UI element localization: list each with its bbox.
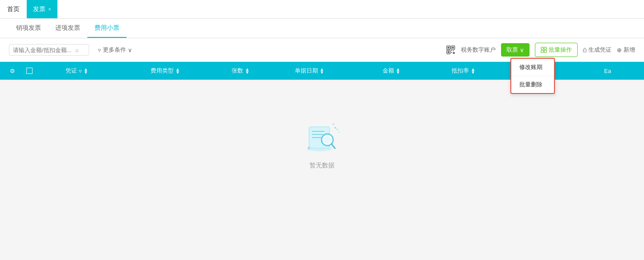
search-icon[interactable]: ⌕ xyxy=(75,46,79,53)
add-button[interactable]: ⊕ 新增 xyxy=(617,46,635,54)
toolbar: ⌕ ▿ 更多条件 ∨ 税务数字账户 取票 ∨ xyxy=(0,38,644,62)
svg-rect-11 xyxy=(544,47,546,49)
invoice-tab-label: 发票 xyxy=(33,5,45,13)
empty-state-text: 暂无数据 xyxy=(310,162,334,170)
invoice-tab-close[interactable]: × xyxy=(48,6,51,12)
sub-nav-sales[interactable]: 销项发票 xyxy=(9,19,48,38)
th-deduct-rate: 抵扣率 ▲▼ xyxy=(431,67,496,75)
count-sort-icon[interactable]: ▲▼ xyxy=(245,68,249,74)
amount-sort-icon[interactable]: ▲▼ xyxy=(396,68,400,74)
sub-nav-expense[interactable]: 费用小票 xyxy=(87,19,126,38)
batch-op-icon xyxy=(541,47,547,53)
svg-rect-3 xyxy=(448,47,449,49)
qr-button[interactable] xyxy=(446,45,456,55)
svg-rect-6 xyxy=(451,50,452,51)
svg-point-24 xyxy=(338,132,340,133)
th-settings[interactable]: ⚙ xyxy=(4,68,21,74)
get-ticket-label: 取票 xyxy=(506,46,518,54)
add-label: 新增 xyxy=(624,46,635,54)
tax-digital-button[interactable]: 税务数字账户 xyxy=(461,46,496,54)
qr-icon xyxy=(446,45,456,55)
date-sort-icon[interactable]: ▲▼ xyxy=(320,68,324,74)
search-input[interactable] xyxy=(13,47,75,53)
svg-line-22 xyxy=(331,144,335,148)
svg-rect-8 xyxy=(451,52,452,53)
empty-state: 暂无数据 xyxy=(0,80,644,187)
svg-rect-10 xyxy=(541,47,543,49)
filter-label: 更多条件 xyxy=(103,46,126,54)
filter-chevron-icon: ∨ xyxy=(128,47,132,53)
top-nav: 首页 发票 × xyxy=(0,0,644,19)
toolbar-right: 税务数字账户 取票 ∨ 批量操作 ⎙ 生成凭证 ⊕ 新增 xyxy=(446,43,635,57)
get-ticket-chevron: ∨ xyxy=(520,47,524,53)
select-all-checkbox[interactable] xyxy=(26,68,33,74)
get-ticket-button[interactable]: 取票 ∨ xyxy=(501,43,530,57)
expense-type-sort-icon[interactable]: ▲▼ xyxy=(175,68,180,74)
th-amount: 金额 ▲▼ xyxy=(352,67,431,75)
th-extra: Ea xyxy=(575,68,640,74)
home-tab[interactable]: 首页 xyxy=(0,0,27,18)
svg-point-23 xyxy=(334,127,336,129)
empty-state-icon xyxy=(300,115,344,155)
sub-nav-input[interactable]: 进项发票 xyxy=(48,19,87,38)
svg-rect-13 xyxy=(544,50,546,53)
svg-rect-12 xyxy=(541,50,543,53)
filter-funnel-icon[interactable]: ▿ xyxy=(79,68,82,74)
gen-voucher-icon: ⎙ xyxy=(583,47,587,53)
modify-period-item[interactable]: 修改账期 xyxy=(511,59,554,76)
batch-delete-item[interactable]: 批量删除 xyxy=(511,76,554,93)
th-checkbox[interactable] xyxy=(21,68,37,74)
th-expense-type: 费用类型 ▲▼ xyxy=(116,67,215,75)
filter-button[interactable]: ▿ 更多条件 ∨ xyxy=(94,44,136,56)
deduct-rate-sort-icon[interactable]: ▲▼ xyxy=(471,68,475,74)
svg-point-21 xyxy=(323,136,331,144)
svg-rect-4 xyxy=(452,47,454,49)
svg-rect-5 xyxy=(448,51,449,53)
invoice-tab[interactable]: 发票 × xyxy=(27,0,57,18)
svg-rect-9 xyxy=(453,52,455,54)
batch-op-label: 批量操作 xyxy=(549,46,572,54)
gen-voucher-button[interactable]: ⎙ 生成凭证 xyxy=(583,46,611,54)
svg-point-25 xyxy=(333,124,334,125)
sub-nav: 销项发票 进项发票 费用小票 xyxy=(0,19,644,38)
home-label: 首页 xyxy=(7,5,20,13)
add-icon: ⊕ xyxy=(617,47,622,53)
settings-gear-icon: ⚙ xyxy=(10,68,15,74)
gen-voucher-label: 生成凭证 xyxy=(588,46,611,54)
th-date: 单据日期 ▲▼ xyxy=(267,67,352,75)
filter-icon: ▿ xyxy=(98,47,101,53)
th-count: 张数 ▲▼ xyxy=(214,67,267,75)
svg-rect-7 xyxy=(453,50,454,51)
batch-op-button[interactable]: 批量操作 xyxy=(535,43,578,57)
batch-op-dropdown: 修改账期 批量删除 xyxy=(510,58,555,94)
th-voucher: 凭证 ▿ ▲▼ xyxy=(37,67,116,75)
search-wrap: ⌕ xyxy=(9,44,89,56)
voucher-sort-icon[interactable]: ▲▼ xyxy=(84,68,88,74)
